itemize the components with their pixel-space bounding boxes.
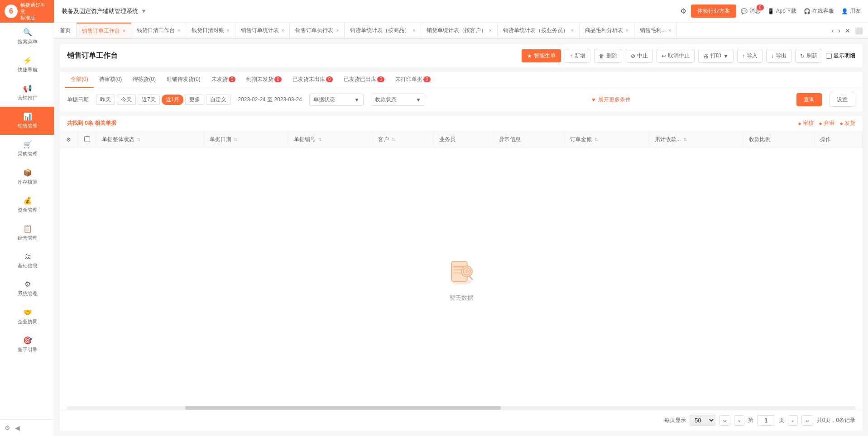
next-page-btn[interactable]: › (788, 415, 798, 426)
tab-3[interactable]: 钱货日清对账× (186, 23, 235, 39)
date-btn-7days[interactable]: 近7天 (138, 95, 160, 105)
tab-close-8[interactable]: × (571, 28, 574, 33)
online-service-item[interactable]: 🎧 在线客服 (804, 7, 834, 15)
sidebar-item-3[interactable]: 📊销售管理 (0, 107, 54, 135)
tab-1[interactable]: 销售订单工作台× (77, 23, 131, 39)
nav-icon-9: ⚙ (24, 280, 31, 289)
filter-tab-5[interactable]: 到期未发货0 (241, 72, 287, 88)
topbar: 装备及固定资产辅助管理系统 ▼ ⚙ 体验行业方案 💬 消息 6 📱 App下载 … (54, 0, 868, 23)
settings-button[interactable]: 设置 (829, 93, 855, 107)
export-button[interactable]: ↓ 导出 (766, 49, 791, 63)
tab-close-7[interactable]: × (489, 28, 492, 33)
import-button[interactable]: ↑ 导入 (737, 49, 762, 63)
delete-button[interactable]: 🗑 删除 (594, 49, 622, 63)
date-btn-custom[interactable]: 自定义 (206, 95, 230, 105)
prev-page-btn[interactable]: ‹ (734, 415, 744, 426)
tab-7[interactable]: 销货单统计表（按客户）× (421, 23, 498, 39)
tab-next-icon[interactable]: › (836, 26, 842, 35)
print-dropdown-icon: ▼ (723, 53, 729, 59)
tab-label-2: 钱货日清工作台 (137, 27, 175, 34)
expand-conditions-btn[interactable]: ▼ 展开更多条件 (591, 96, 631, 104)
payment-status-filter-select[interactable]: 收款状态 ▼ (371, 94, 425, 106)
stop-button[interactable]: ⊘ 中止 (626, 49, 653, 63)
add-button[interactable]: + 新增 (565, 49, 590, 63)
scroll-thumb[interactable] (185, 406, 500, 410)
tab-close-1[interactable]: × (123, 28, 125, 33)
date-btn-1month[interactable]: 近1月 (162, 95, 184, 105)
topbar-settings-icon[interactable]: ⚙ (680, 7, 686, 15)
tab-close-all-icon[interactable]: ✕ (843, 26, 852, 35)
filter-tab-badge-5: 0 (274, 76, 282, 82)
filter-tab-1[interactable]: 待审核(0) (94, 72, 128, 88)
system-title-dropdown-icon[interactable]: ▼ (141, 8, 147, 14)
query-button[interactable]: 查询 (796, 93, 822, 106)
sidebar-collapse-icon[interactable]: ◀ (15, 424, 20, 431)
tab-5[interactable]: 销售订单执行表× (290, 23, 345, 39)
sidebar-item-10[interactable]: 🤝企业协同 (0, 303, 54, 331)
tab-close-5[interactable]: × (336, 28, 339, 33)
tab-6[interactable]: 销货单统计表（按商品）× (345, 23, 421, 39)
date-btn-today[interactable]: 今天 (117, 95, 136, 105)
sidebar-settings-icon[interactable]: ⚙ (5, 424, 10, 431)
select-all-checkbox[interactable] (84, 136, 90, 142)
filter-tab-6[interactable]: 已发货未出库0 (287, 72, 339, 88)
tab-2[interactable]: 钱货日清工作台× (131, 23, 186, 39)
message-item[interactable]: 💬 消息 6 (741, 7, 760, 15)
tab-4[interactable]: 销售订单统计表× (235, 23, 290, 39)
th-checkbox[interactable] (78, 131, 96, 148)
filter-tab-3[interactable]: 旺铺待发货(0) (161, 72, 206, 88)
tab-close-2[interactable]: × (177, 28, 180, 33)
sidebar-item-8[interactable]: 🗂基础信息 (0, 247, 54, 275)
tab-maximize-icon[interactable]: ⬜ (853, 26, 864, 35)
sidebar-item-4[interactable]: 🛒采购管理 (0, 135, 54, 163)
audit-action-btn[interactable]: ● 审核 (798, 119, 813, 127)
tab-close-9[interactable]: × (626, 28, 628, 33)
tab-0[interactable]: 首页 (54, 23, 77, 39)
smart-create-button[interactable]: ★ 智能生单 (522, 49, 561, 62)
unaudit-action-btn[interactable]: ● 弃审 (819, 119, 834, 127)
ship-action-btn[interactable]: ● 发货 (840, 119, 855, 127)
sidebar-item-5[interactable]: 📦库存核算 (0, 163, 54, 191)
date-btn-more[interactable]: 更多 (185, 95, 204, 105)
sidebar-item-1[interactable]: ⚡快捷导航 (0, 51, 54, 79)
filter-tab-7[interactable]: 已发货已出库0 (338, 72, 390, 88)
refresh-button[interactable]: ↻ 刷新 (795, 49, 822, 63)
show-detail-checkbox[interactable] (826, 53, 832, 59)
date-btn-yesterday[interactable]: 昨天 (96, 95, 115, 105)
status-filter-select[interactable]: 单据状态 ▼ (309, 94, 364, 106)
filter-tab-4[interactable]: 未发货0 (206, 72, 241, 88)
tab-8[interactable]: 销货单统计表（按业务员）× (498, 23, 580, 39)
filter-tab-8[interactable]: 未打印单据0 (390, 72, 436, 88)
filter-tab-2[interactable]: 待拣货(0) (127, 72, 161, 88)
tab-close-4[interactable]: × (282, 28, 284, 33)
audit-circle-icon: ● (798, 120, 801, 127)
cancel-stop-button[interactable]: ↩ 取消中止 (657, 49, 695, 63)
show-detail-label[interactable]: 显示明细 (826, 52, 855, 60)
sidebar-item-9[interactable]: ⚙系统管理 (0, 275, 54, 303)
page-input[interactable] (757, 415, 775, 426)
page-label: 第 (748, 417, 753, 424)
tab-close-6[interactable]: × (412, 28, 415, 33)
user-item[interactable]: 👤 用友 (841, 7, 861, 15)
sidebar-item-11[interactable]: 🎯新手引导 (0, 331, 54, 359)
sidebar-item-7[interactable]: 📋经营管理 (0, 219, 54, 247)
sidebar-item-0[interactable]: 🔍搜索菜单 (0, 23, 54, 51)
per-page-select[interactable]: 50 10 20 100 (690, 415, 715, 426)
tab-10[interactable]: 销售毛利...× (634, 23, 677, 39)
tab-close-3[interactable]: × (227, 28, 230, 33)
tab-9[interactable]: 商品毛利分析表× (580, 23, 634, 39)
tab-close-10[interactable]: × (669, 28, 671, 33)
th-settings[interactable]: ⚙ (60, 131, 78, 148)
print-button[interactable]: 🖨 打印 ▼ (698, 49, 734, 63)
filter-tab-0[interactable]: 全部(0) (65, 72, 94, 88)
solution-button[interactable]: 体验行业方案 (691, 5, 736, 18)
sidebar-item-2[interactable]: 📢营销推广 (0, 79, 54, 107)
first-page-btn[interactable]: « (719, 415, 730, 426)
last-page-btn[interactable]: » (801, 415, 813, 426)
th-status: 单据整体状态 ⇅ (96, 131, 204, 148)
app-download-item[interactable]: 📱 App下载 (767, 7, 796, 15)
sidebar-item-6[interactable]: 💰资金管理 (0, 191, 54, 219)
tab-prev-icon[interactable]: ‹ (830, 26, 836, 35)
page-actions: ★ 智能生单 + 新增 🗑 删除 ⊘ 中止 ↩ 取消中止 (522, 49, 855, 63)
horizontal-scrollbar[interactable] (67, 406, 855, 410)
